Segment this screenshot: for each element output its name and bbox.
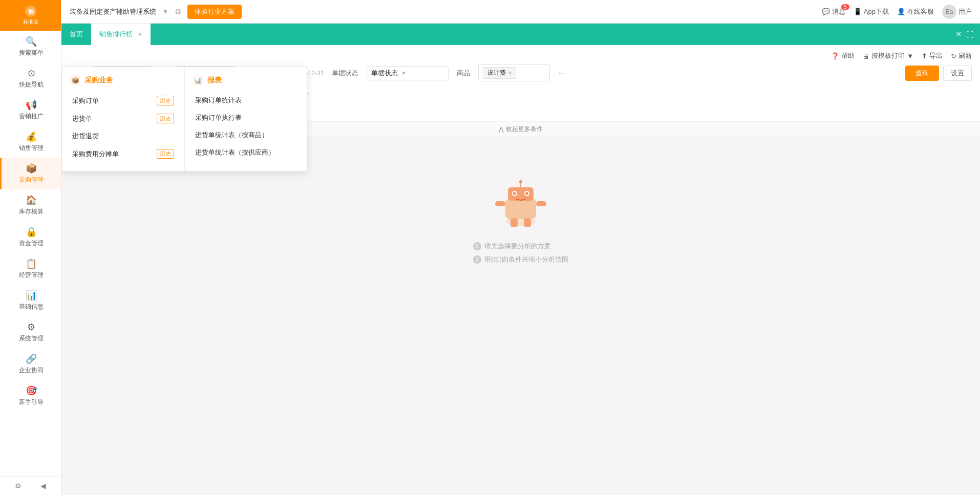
- tab-expand-icon[interactable]: ⛶: [966, 30, 974, 39]
- system-title: 装备及固定资产辅助管理系统: [70, 7, 156, 16]
- settings-bottom-icon[interactable]: ⚙: [15, 482, 22, 490]
- sidebar-item-quick-nav[interactable]: ⊙ 快捷导航: [0, 62, 61, 94]
- svg-rect-11: [510, 218, 518, 227]
- sales-icon: 💰: [26, 131, 37, 142]
- history-tag-purchase-order: 历史: [157, 96, 174, 105]
- dropdown-menu: 📦 采购业务 采购订单 历史 进货单 历史 进货退货: [61, 67, 307, 171]
- svg-rect-12: [524, 218, 531, 227]
- dropdown-report-col: 📊 报表 采购订单统计表 采购订单执行表 进货单统计表（按商品） 进货单统计表（…: [185, 67, 307, 171]
- collapse-sidebar-icon[interactable]: ◀: [40, 482, 46, 490]
- topbar: 装备及固定资产辅助管理系统 ▼ ⚙ 体验行业方案 💬 消息 5 📱 App下载 …: [61, 0, 980, 24]
- message-badge: 5: [841, 4, 849, 10]
- sidebar-logo-text: 标准版: [23, 18, 38, 26]
- dropdown-item-report-stock-in-by-supplier[interactable]: 进货单统计表（按供应商）: [193, 144, 299, 161]
- sidebar-item-basic-info[interactable]: 📊 基础信息: [0, 285, 61, 316]
- basic-info-icon: 📊: [26, 290, 37, 301]
- sidebar-item-marketing[interactable]: 📢 营销推广: [0, 94, 61, 126]
- set-btn[interactable]: 设置: [943, 66, 972, 81]
- main-area: 装备及固定资产辅助管理系统 ▼ ⚙ 体验行业方案 💬 消息 5 📱 App下载 …: [61, 0, 980, 495]
- hint-2-num: ②: [473, 255, 481, 264]
- svg-rect-3: [505, 199, 536, 219]
- system-title-arrow-icon[interactable]: ▼: [162, 8, 168, 15]
- tabbar-actions: ✕ ⛶: [949, 30, 980, 39]
- sidebar-item-capital[interactable]: 🔒 资金管理: [0, 221, 61, 253]
- tab-close-all-icon[interactable]: ✕: [955, 30, 962, 39]
- goods-more-icon[interactable]: ···: [558, 69, 565, 78]
- empty-hint-2: ② 用[过滤]条件来缩小分析范围: [473, 253, 568, 266]
- guide-icon: 🎯: [26, 385, 37, 396]
- dropdown-item-return-goods[interactable]: 进货退货: [70, 127, 176, 145]
- purchase-icon: 📦: [26, 163, 37, 174]
- sidebar-item-purchase[interactable]: 📦 采购管理: [0, 158, 61, 189]
- help-btn[interactable]: ❓ 帮助: [831, 51, 855, 60]
- enterprise-icon: 🔗: [26, 353, 37, 364]
- sidebar-item-sales[interactable]: 💰 销售管理: [0, 126, 61, 158]
- sidebar-bottom: ⚙ ◀: [0, 476, 61, 495]
- dropdown-item-report-purchase-order-exec[interactable]: 采购订单执行表: [193, 109, 299, 126]
- goods-select[interactable]: 设计费 ×: [478, 64, 550, 81]
- message-btn[interactable]: 💬 消息 5: [822, 7, 845, 16]
- print-btn[interactable]: 🖨 按模板打印 ▼: [863, 51, 913, 60]
- sidebar-item-search[interactable]: 🔍 搜索菜单: [0, 31, 61, 62]
- dropdown-item-purchase-order[interactable]: 采购订单 历史: [70, 92, 176, 110]
- user-btn[interactable]: Ea 用户: [942, 5, 972, 19]
- svg-point-7: [513, 192, 516, 195]
- sidebar-item-guide[interactable]: 🎯 新手引导: [0, 380, 61, 412]
- tab-close-icon[interactable]: ✕: [138, 31, 142, 38]
- dropdown-item-purchase-expense[interactable]: 采购费用分摊单 历史: [70, 145, 176, 163]
- system-icon: ⚙: [27, 321, 35, 333]
- app-download-btn[interactable]: 📱 App下载: [854, 7, 889, 16]
- dropdown-report-title: 📊 报表: [193, 75, 299, 85]
- dropdown-item-report-stock-in-by-goods[interactable]: 进货单统计表（按商品）: [193, 126, 299, 144]
- sidebar-item-operation[interactable]: 📋 经营管理: [0, 253, 61, 285]
- marketing-icon: 📢: [26, 99, 37, 111]
- dropdown-purchase-col: 📦 采购业务 采购订单 历史 进货单 历史 进货退货: [62, 67, 185, 171]
- history-tag-purchase-expense: 历史: [157, 149, 174, 159]
- hint-1-num: ①: [473, 242, 481, 250]
- svg-rect-9: [495, 201, 505, 206]
- history-tag-stock-in: 历史: [157, 114, 174, 123]
- refresh-icon: ↻: [951, 52, 956, 60]
- svg-point-14: [519, 180, 522, 183]
- tab-home[interactable]: 首页: [61, 24, 91, 45]
- tab-sales-rank[interactable]: 销售排行榜 ✕: [91, 24, 151, 45]
- goods-label: 商品: [457, 69, 470, 78]
- export-btn[interactable]: ⬆ 导出: [922, 51, 943, 60]
- app-logo-icon: 畅: [22, 5, 40, 17]
- industry-btn[interactable]: 体验行业方案: [187, 5, 242, 19]
- operation-icon: 📋: [26, 258, 37, 269]
- empty-hint-1: ① 请先选择要分析的方案: [473, 240, 568, 253]
- svg-rect-4: [508, 187, 534, 201]
- doc-status-arrow-icon: ▼: [401, 70, 406, 76]
- goods-tag-remove[interactable]: ×: [508, 70, 512, 77]
- filter-toolbar-row: ❓ 帮助 🖨 按模板打印 ▼ ⬆ 导出 ↻ 刷新: [70, 51, 972, 60]
- export-icon: ⬆: [922, 52, 927, 60]
- system-settings-icon[interactable]: ⚙: [175, 7, 181, 16]
- collapse-up-icon: ⋀: [499, 126, 504, 133]
- dropdown-item-report-purchase-order-stat[interactable]: 采购订单统计表: [193, 92, 299, 109]
- capital-icon: 🔒: [26, 226, 37, 238]
- home-icon: ⊙: [28, 68, 35, 79]
- doc-status-label: 单据状态: [332, 69, 358, 78]
- dropdown-purchase-title: 📦 采购业务: [70, 75, 176, 85]
- query-btn[interactable]: 查询: [905, 66, 939, 81]
- svg-point-8: [525, 192, 528, 195]
- sidebar-item-enterprise[interactable]: 🔗 企业协同: [0, 348, 61, 380]
- purchase-menu-icon: 📦: [70, 75, 80, 85]
- doc-status-select[interactable]: 单据状态 ▼: [367, 66, 449, 80]
- empty-illustration: [490, 178, 551, 229]
- empty-hints: ① 请先选择要分析的方案 ② 用[过滤]条件来缩小分析范围: [473, 240, 568, 266]
- dropdown-item-stock-in[interactable]: 进货单 历史: [70, 110, 176, 127]
- sidebar: 畅 标准版 🔍 搜索菜单 ⊙ 快捷导航 📢 营销推广 💰 销售管理 📦 采购管理…: [0, 0, 61, 495]
- sidebar-item-inventory[interactable]: 🏠 库存核算: [0, 189, 61, 221]
- topbar-right: 💬 消息 5 📱 App下载 👤 在线客服 Ea 用户: [822, 5, 972, 19]
- sidebar-item-system[interactable]: ⚙ 系统管理: [0, 316, 61, 348]
- service-icon: 👤: [897, 8, 905, 15]
- query-set-btns: 查询 设置: [905, 66, 972, 81]
- refresh-btn[interactable]: ↻ 刷新: [951, 51, 972, 60]
- online-service-btn[interactable]: 👤 在线客服: [897, 7, 934, 16]
- topbar-left: 装备及固定资产辅助管理系统 ▼ ⚙ 体验行业方案: [70, 5, 242, 19]
- goods-tag: 设计费 ×: [483, 67, 516, 79]
- sidebar-nav: 🔍 搜索菜单 ⊙ 快捷导航 📢 营销推广 💰 销售管理 📦 采购管理 🏠 库存核…: [0, 31, 61, 476]
- phone-icon: 📱: [854, 8, 862, 15]
